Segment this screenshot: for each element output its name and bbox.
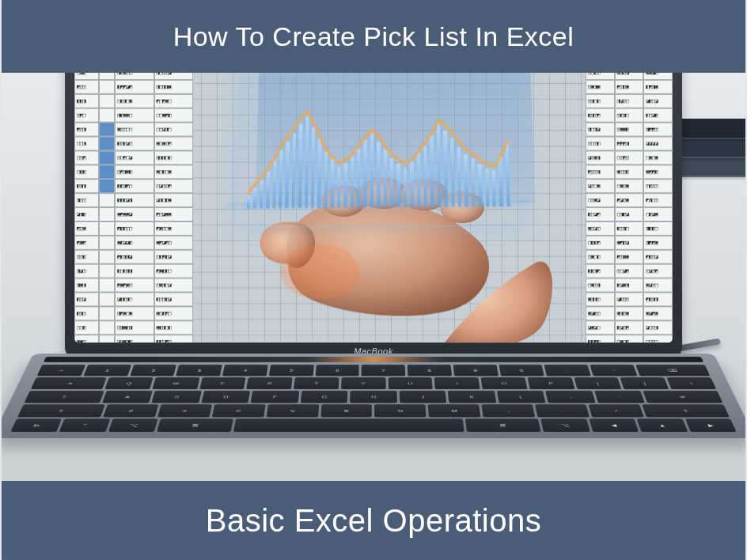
hero-illustration: ▢▣◧◨◩▣◫◫◨▢◫◫◪◩◫◫◧◩◩◪◩◨◫◨◨▣◧◧◨▢◧◨▢▣◩▢◩▣▢◫… (2, 73, 745, 481)
page-title: How To Create Pick List In Excel (173, 21, 574, 52)
laptop: ▢▣◧◨◩▣◫◫◨▢◫◫◪◩◫◫◧◩◩◪◩◨◫◨◨▣◧◧◨▢◧◨▢▣◩▢◩▣▢◫… (33, 73, 714, 481)
page-subtitle: Basic Excel Operations (206, 503, 542, 539)
spreadsheet-left-panel: ▢▣◧◨◩▣◫◫◨▢◫◫◪◩◫◫◧◩◩◪◩◨◫◨◨▣◧◧◨▢◧◨▢▣◩▢◩▣▢◫… (74, 73, 193, 342)
bottom-banner: Basic Excel Operations (2, 481, 745, 560)
spreadsheet-right-panel: ◫▢◧◫▣◨◫◨▣▣◪◩◫▣◨▣◩◫◧▣◧◩◨▣◫◨▢◧◨◪◫▢◪◧▢◪◧◨◫◩… (586, 73, 673, 342)
touch-bar (44, 357, 703, 361)
keyboard: ~1234567890-=⌫ ⇥QWERTYUIOP[]\ ⇪ASDFGHJKL… (10, 365, 736, 432)
laptop-screen-frame: ▢▣◧◨◩▣◫◫◨▢◫◫◪◩◫◫◧◩◩◪◩◨◫◨◨▣◧◧◨▢◧◨▢▣◩▢◩▣▢◫… (65, 73, 682, 358)
laptop-keyboard-deck: ~1234567890-=⌫ ⇥QWERTYUIOP[]\ ⇪ASDFGHJKL… (2, 354, 745, 438)
hologram-chart (236, 73, 522, 227)
top-banner: How To Create Pick List In Excel (2, 0, 745, 73)
tutorial-card: How To Create Pick List In Excel ▢▣◧◨◩▣◫ (2, 0, 745, 560)
laptop-screen: ▢▣◧◨◩▣◫◫◨▢◫◫◪◩◫◫◧◩◩◪◩◨◫◨◨▣◧◧◨▢◧◨▢▣◩▢◩▣▢◫… (74, 73, 673, 342)
